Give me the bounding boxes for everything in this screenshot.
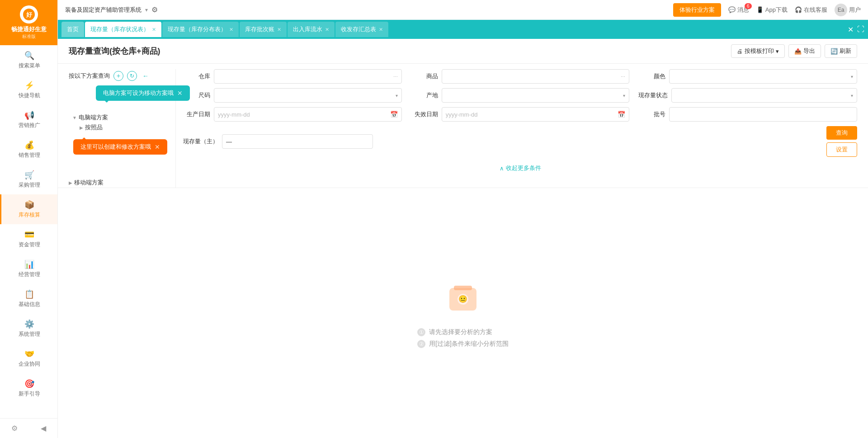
origin-input[interactable]: ▾ [442,88,630,103]
settings-icon[interactable]: ⚙ [11,424,18,433]
size-input[interactable]: ▾ [214,88,402,103]
messages-btn[interactable]: 💬 消息 6 [728,6,749,14]
mobile-scheme-label: 移动端方案 [74,179,104,187]
sidebar-item-sales[interactable]: 💰 销售管理 [0,135,57,165]
tab-inout-label: 出入库流水 [293,25,322,33]
content-header: 现存量查询(按仓库+商品) 🖨 按模板打印 ▾ 📤 导出 🔄 刷新 [58,39,868,64]
collapse-icon[interactable]: ◀ [41,424,46,433]
expire-date-field: 失效日期 yyyy-mm-dd 📅 [411,107,630,122]
download-icon: 📱 [756,6,764,13]
filter-label-row: 按以下方案查询 ＋ ↻ ← [69,71,168,81]
goods-field: 商品 ⋯ [411,69,630,84]
tab-batch-close[interactable]: ✕ [277,27,281,33]
sidebar-item-label: 系统管理 [19,330,40,338]
sidebar-item-operation[interactable]: 📊 经营管理 [0,254,57,284]
close-all-icon[interactable]: ✕ [848,25,854,34]
tooltip2-text: 这里可以创建和修改方案哦 [80,143,151,151]
tab-inout[interactable]: 出入库流水 ✕ [288,22,335,37]
sidebar-item-marketing[interactable]: 📢 营销推广 [0,105,57,135]
online-support-btn[interactable]: 🎧 在线客服 [795,6,827,14]
sidebar-nav: 🔍 搜索菜单 ⚡ 快捷导航 📢 营销推广 💰 销售管理 🛒 采购管理 📦 [0,45,57,418]
print-icon: 🖨 [737,48,743,55]
refresh-scheme-btn[interactable]: ↻ [127,71,137,81]
support-icon: 🎧 [795,6,802,13]
sidebar-item-enterprise[interactable]: 🤝 企业协同 [0,344,57,373]
goods-input[interactable]: ⋯ [442,69,630,84]
gear-icon[interactable]: ⚙ [151,5,158,14]
tab-summary[interactable]: 收发存汇总表 ✕ [335,22,388,37]
desktop-scheme-child[interactable]: ▶ 按照品 [80,122,168,132]
trial-btn[interactable]: 体验行业方案 [673,3,721,17]
sidebar-bottom: ⚙ ◀ [0,418,57,438]
tip-text-2: 用[过滤]条件来缩小分析范围 [429,340,509,348]
sidebar-item-basic[interactable]: 📋 基础信息 [0,284,57,314]
tab-inout-close[interactable]: ✕ [325,27,329,33]
desktop-scheme-item[interactable]: ▼ 电脑端方案 [72,113,168,122]
tab-home[interactable]: 首页 [61,22,84,37]
size-arrow: ▾ [396,93,398,98]
tab-inventory-status-close[interactable]: ✕ [152,27,156,33]
color-field: 颜色 ▾ [638,69,857,84]
app-download-btn[interactable]: 📱 App下载 [756,6,788,14]
user-btn[interactable]: Ea 用户 [835,4,861,16]
desktop-scheme-children: ▶ 按照品 [80,122,168,132]
system-name: 装备及固定资产辅助管理系统 [65,6,142,14]
collapse-btn[interactable]: ∧ 收起更多条件 [500,164,541,172]
tab-inventory-dist-close[interactable]: ✕ [229,27,233,33]
sidebar-item-finance[interactable]: 💳 资金管理 [0,224,57,254]
tab-summary-close[interactable]: ✕ [379,27,383,33]
fullscreen-icon[interactable]: ⛶ [857,25,864,34]
sidebar-item-newbie[interactable]: 🎯 新手引导 [0,373,57,403]
add-scheme-btn[interactable]: ＋ [113,71,123,81]
sidebar-item-label: 经营管理 [19,271,40,278]
sidebar-item-inventory[interactable]: 📦 库存核算 [0,194,57,224]
tab-inventory-dist[interactable]: 现存量（库存分布表） ✕ [162,22,239,37]
user-label: 用户 [849,6,861,14]
search-icon: 🔍 [24,51,34,61]
basic-icon: 📋 [24,289,34,299]
collapse-label: 收起更多条件 [506,164,541,172]
tip-num-1: ① [417,328,425,336]
arrow-scheme-btn[interactable]: ← [141,71,151,81]
sidebar-item-search[interactable]: 🔍 搜索菜单 [0,45,57,75]
color-input[interactable]: ▾ [669,69,857,84]
filter-more-row: ∧ 收起更多条件 [183,161,857,175]
sidebar-item-purchase[interactable]: 🛒 采购管理 [0,165,57,194]
sidebar-item-quick[interactable]: ⚡ 快捷导航 [0,75,57,105]
prod-date-input[interactable]: yyyy-mm-dd 📅 [214,107,402,122]
warehouse-input[interactable]: ⋯ [214,69,402,84]
stock-status-input[interactable]: ▾ [671,88,857,103]
tab-batch[interactable]: 库存批次账 ✕ [240,22,287,37]
empty-state-tips: ① 请先选择要分析的方案 ② 用[过滤]条件来缩小分析范围 [417,328,509,352]
mobile-scheme-item[interactable]: ▶ 移动端方案 [69,178,168,188]
tooltip1-close[interactable]: ✕ [177,89,183,97]
logo-sub: 标准版 [22,33,36,40]
search-button[interactable]: 查询 [826,126,857,140]
prod-date-field: 生产日期 yyyy-mm-dd 📅 [183,107,402,122]
online-support-label: 在线客服 [804,6,827,14]
tab-inventory-status[interactable]: 现存量（库存状况表） ✕ [85,22,161,37]
expire-date-input[interactable]: yyyy-mm-dd 📅 [442,107,630,122]
filter-area: 按以下方案查询 ＋ ↻ ← 电脑方案可设为移动方案哦 ✕ ▼ 电脑端方案 [58,64,868,188]
print-btn[interactable]: 🖨 按模板打印 ▾ [731,44,785,58]
expire-date-label: 失效日期 [411,110,438,118]
sidebar-item-label: 营销推广 [19,122,40,129]
sidebar-item-system[interactable]: ⚙️ 系统管理 [0,314,57,344]
tooltip-create-scheme: 这里可以创建和修改方案哦 ✕ [73,139,167,155]
set-button[interactable]: 设置 [826,142,857,157]
refresh-icon: 🔄 [830,48,838,55]
tooltip2-close[interactable]: ✕ [155,143,160,151]
finance-icon: 💳 [24,230,34,240]
tooltip1-text: 电脑方案可设为移动方案哦 [103,89,174,97]
logo-text: 畅捷通好生意 [11,25,47,33]
batch-no-input[interactable] [669,107,857,122]
stock-qty-input[interactable]: — [222,134,373,149]
app-download-label: App下载 [765,6,788,14]
top-bar-system: 装备及固定资产辅助管理系统 ▾ ⚙ [65,5,666,14]
empty-state-illustration: 😐 [440,274,486,321]
refresh-btn[interactable]: 🔄 刷新 [825,44,857,58]
message-icon: 💬 [728,6,736,13]
export-btn[interactable]: 📤 导出 [788,44,821,58]
tab-summary-label: 收发存汇总表 [341,25,376,33]
stock-status-label: 现存量状态 [638,91,668,99]
